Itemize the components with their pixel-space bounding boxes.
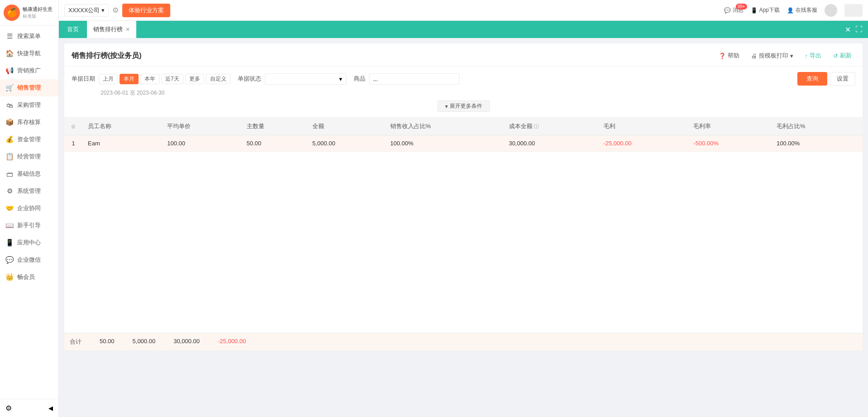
chevron-down-icon: ▾ [101, 7, 105, 14]
sidebar-label-sales: 销售管理 [17, 84, 41, 92]
export-label: 导出 [810, 52, 821, 60]
collapse-icon[interactable]: ◀ [48, 405, 53, 412]
sidebar-label-app-center: 应用中心 [17, 239, 41, 247]
goods-select[interactable]: ... [369, 73, 460, 85]
expand-conditions-button[interactable]: ▾ 展开更多条件 [437, 101, 490, 112]
sidebar-item-wechat[interactable]: 💬企业微信 [0, 251, 58, 268]
tab-close-icon[interactable]: ✕ [125, 26, 130, 33]
app-icon: 📱 [751, 7, 758, 14]
gear-icon[interactable]: ⚙ [112, 6, 119, 14]
message-icon: 💬 [724, 7, 731, 14]
export-button[interactable]: ↑ 导出 [801, 50, 825, 62]
logo-area: 🍊 畅康通好生意 标准版 [0, 0, 58, 26]
tab-home[interactable]: 首页 [59, 21, 87, 38]
settings-button[interactable]: 设置 [830, 72, 855, 86]
cell-gross: -25,000.00 [598, 135, 688, 152]
basic-info-icon: 🗃 [5, 170, 14, 178]
message-badge: 99+ [736, 4, 747, 10]
sidebar: 🍊 畅康通好生意 标准版 ☰搜索菜单🏠快捷导航📢营销推广🛒销售管理🛍采购管理📦库… [0, 0, 59, 417]
marketing-icon: 📢 [5, 67, 14, 75]
sidebar-item-sales[interactable]: 🛒销售管理 [0, 79, 58, 96]
sidebar-item-guide[interactable]: 📖新手引导 [0, 217, 58, 234]
expand-label: 展开更多条件 [450, 102, 482, 110]
logo-name: 畅康通好生意 [23, 6, 53, 13]
settings-icon[interactable]: ⚙ [5, 404, 12, 412]
cost-info-icon[interactable]: ⓘ [534, 124, 539, 129]
date-range-display: 2023-06-01 至 2023-06-30 [101, 89, 855, 97]
sidebar-item-app-center[interactable]: 📱应用中心 [0, 234, 58, 251]
message-group[interactable]: 💬 消息 99+ [724, 6, 743, 14]
help-button[interactable]: ❓ 帮助 [715, 50, 743, 62]
query-button[interactable]: 查询 [797, 72, 827, 86]
refresh-button[interactable]: ↺ 刷新 [830, 50, 855, 62]
sidebar-item-system[interactable]: ⚙系统管理 [0, 182, 58, 200]
tab-sales-rank[interactable]: 销售排行榜 ✕ [87, 21, 136, 38]
company-selector[interactable]: XXXXX公司 ▾ [64, 4, 109, 17]
inventory-icon: 📦 [5, 118, 14, 126]
footer-quantity-value: 50.00 [100, 338, 115, 346]
company-name: XXXXX公司 [68, 6, 100, 14]
print-button[interactable]: 🖨 按模板打印 ▾ [748, 50, 797, 62]
sidebar-item-purchase[interactable]: 🛍采购管理 [0, 96, 58, 114]
status-select[interactable]: ▾ [265, 73, 346, 85]
purchase-icon: 🛍 [5, 101, 14, 109]
help-icon: ❓ [719, 53, 726, 59]
tab-right-controls: ✕ ⛶ [845, 25, 868, 34]
footer-cost-value: 30,000.00 [173, 338, 200, 346]
date-btn-this-month[interactable]: 本月 [120, 74, 139, 84]
app-download-group[interactable]: 📱 App下载 [751, 6, 780, 14]
sidebar-label-system: 系统管理 [17, 187, 41, 195]
online-service-group[interactable]: 👤 在线客服 [787, 6, 817, 14]
topbar-right: 💬 消息 99+ 📱 App下载 👤 在线客服 [724, 4, 863, 17]
sales-icon: 🛒 [5, 84, 14, 92]
cell-rank: 1 [64, 135, 82, 152]
sidebar-item-enterprise[interactable]: 🤝企业协同 [0, 200, 58, 217]
filter-row-1: 单据日期 上月 本月 本年 近7天 更多 自定义 单据状态 [72, 72, 855, 86]
sidebar-item-finance[interactable]: 💰资金管理 [0, 131, 58, 148]
footer-quantity-item: 50.00 [100, 338, 115, 346]
table-footer: 合计 50.00 5,000.00 30,000.00 -25,000.00 [64, 333, 863, 350]
enterprise-icon: 🤝 [5, 204, 14, 212]
col-sales-pct: 销售收入占比% [385, 118, 504, 135]
cell-gross-pct: 100.00% [771, 135, 863, 152]
footer-gross-value: -25,000.00 [218, 338, 246, 346]
sidebar-label-member: 畅会员 [17, 273, 35, 281]
sidebar-label-wechat: 企业微信 [17, 256, 41, 264]
topbar: XXXXX公司 ▾ ⚙ 体验行业方案 💬 消息 99+ 📱 App下载 👤 在线… [59, 0, 868, 21]
trial-button[interactable]: 体验行业方案 [122, 4, 170, 17]
sidebar-item-marketing[interactable]: 📢营销推广 [0, 62, 58, 79]
sidebar-item-member[interactable]: 👑畅会员 [0, 268, 58, 286]
cell-name: Eam [82, 135, 162, 152]
date-btn-last-month[interactable]: 上月 [99, 74, 118, 84]
date-btn-more[interactable]: 更多 [185, 74, 204, 84]
sidebar-label-purchase: 采购管理 [17, 101, 41, 109]
status-filter-group: 单据状态 ▾ [238, 73, 346, 85]
sidebar-item-inventory[interactable]: 📦库存核算 [0, 114, 58, 131]
page-header: 销售排行榜(按业务员) ❓ 帮助 🖨 按模板打印 ▾ ↑ 导出 [64, 43, 863, 67]
tab-close-window-icon[interactable]: ✕ [845, 25, 851, 34]
tab-bar: 首页 销售排行榜 ✕ ✕ ⛶ [59, 21, 868, 38]
sidebar-label-finance: 资金管理 [17, 135, 41, 144]
service-icon: 👤 [787, 7, 794, 14]
sidebar-item-basic-info[interactable]: 🗃基础信息 [0, 165, 58, 182]
sidebar-item-quick-nav[interactable]: 🏠快捷导航 [0, 45, 58, 62]
date-btn-custom[interactable]: 自定义 [206, 74, 230, 84]
print-icon: 🖨 [751, 53, 757, 59]
date-filter-label: 单据日期 [72, 75, 95, 83]
goods-filter-group: 商品 ... [354, 73, 460, 85]
status-chevron-icon: ▾ [339, 76, 342, 82]
table-row: 1 Eam 100.00 50.00 5,000.00 100.00% 30,0… [64, 135, 863, 152]
cell-quantity: 50.00 [241, 135, 307, 152]
cell-cost: 30,000.00 [504, 135, 598, 152]
expand-chevron-icon: ▾ [445, 103, 448, 110]
user-avatar[interactable] [825, 4, 837, 17]
table-body: 1 Eam 100.00 50.00 5,000.00 100.00% 30,0… [64, 135, 863, 152]
member-icon: 👑 [5, 273, 14, 281]
user-name-area[interactable] [844, 4, 863, 17]
tab-maximize-icon[interactable]: ⛶ [855, 25, 863, 34]
sidebar-item-search-order[interactable]: ☰搜索菜单 [0, 28, 58, 45]
date-btn-this-year[interactable]: 本年 [140, 74, 159, 84]
date-btn-7days[interactable]: 近7天 [161, 74, 183, 84]
sidebar-item-operations[interactable]: 📋经营管理 [0, 148, 58, 165]
guide-icon: 📖 [5, 221, 14, 230]
